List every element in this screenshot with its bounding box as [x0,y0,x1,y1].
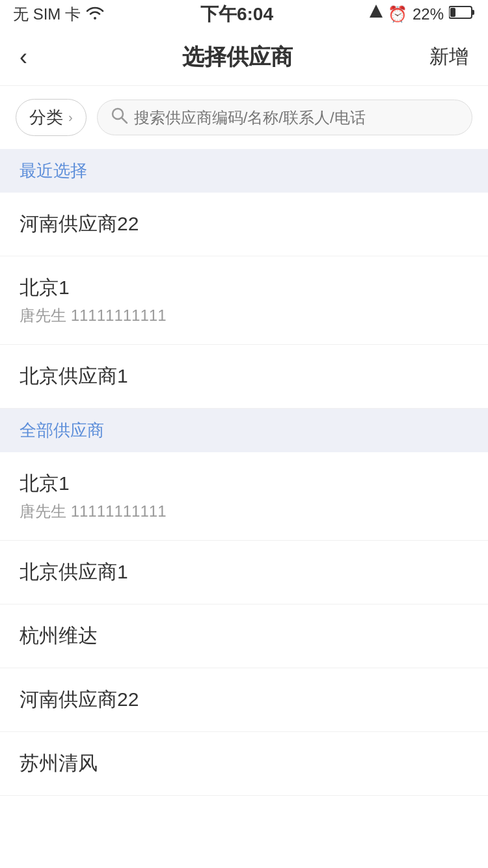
svg-rect-2 [450,8,455,17]
list-item[interactable]: 北京1唐先生 11111111111 [0,452,488,541]
search-input[interactable] [134,109,459,127]
category-label: 分类 [29,106,63,129]
status-time: 下午6:04 [200,2,273,27]
add-button[interactable]: 新增 [416,44,468,70]
list-item[interactable]: 北京供应商1 [0,345,488,409]
search-box[interactable] [97,100,472,135]
list-item[interactable]: 河南供应商22 [0,668,488,732]
item-name: 北京1 [20,275,468,301]
status-bar: 无 SIM 卡 下午6:04 ⏰ 22% [0,0,488,29]
carrier-text: 无 SIM 卡 [13,4,81,25]
back-button[interactable]: ‹ [20,44,59,71]
list-item[interactable]: 北京1唐先生 11111111111 [0,256,488,345]
wifi-icon [86,5,104,23]
item-name: 河南供应商22 [20,686,468,713]
all-section-header: 全部供应商 [0,409,488,452]
all-section-label: 全部供应商 [20,420,104,440]
all-items-list: 北京1唐先生 11111111111北京供应商1杭州维达河南供应商22苏州清风 [0,452,488,796]
svg-rect-1 [472,10,474,15]
recent-section-label: 最近选择 [20,161,87,180]
item-name: 北京1 [20,470,468,497]
item-name: 河南供应商22 [20,211,468,237]
list-item[interactable]: 河南供应商22 [0,193,488,256]
search-icon [111,107,128,128]
list-item[interactable]: 苏州清风 [0,732,488,796]
item-name: 北京供应商1 [20,559,468,586]
svg-line-4 [122,118,127,123]
battery-icon [449,5,475,23]
category-filter[interactable]: 分类 › [16,99,87,136]
item-name: 杭州维达 [20,623,468,649]
page-title: 选择供应商 [182,42,293,72]
item-name: 北京供应商1 [20,363,468,390]
chevron-right-icon: › [68,110,73,125]
recent-section-header: 最近选择 [0,149,488,193]
item-sub: 唐先生 11111111111 [20,305,468,326]
item-sub: 唐先生 11111111111 [20,501,468,522]
alarm-icon: ⏰ [388,5,407,23]
filter-bar: 分类 › [0,86,488,149]
nav-bar: ‹ 选择供应商 新增 [0,29,488,86]
battery-percent: 22% [413,5,444,23]
status-left: 无 SIM 卡 [13,4,104,25]
location-icon [370,5,383,24]
list-item[interactable]: 杭州维达 [0,604,488,668]
recent-items-list: 河南供应商22北京1唐先生 11111111111北京供应商1 [0,193,488,409]
list-item[interactable]: 北京供应商1 [0,541,488,604]
item-name: 苏州清风 [20,750,468,777]
status-right: ⏰ 22% [370,5,475,24]
